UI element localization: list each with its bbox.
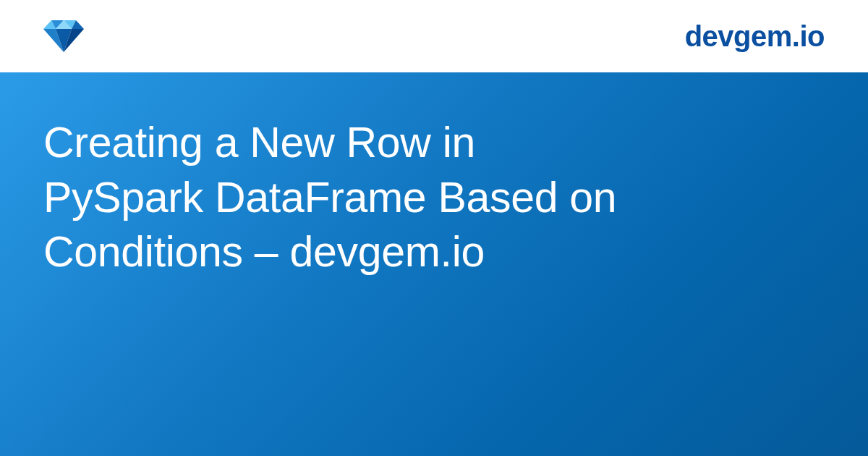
- page-title: Creating a New Row in PySpark DataFrame …: [43, 116, 637, 280]
- gem-icon: [43, 20, 84, 52]
- hero-section: Creating a New Row in PySpark DataFrame …: [0, 72, 868, 456]
- brand-text: devgem.io: [685, 20, 825, 53]
- header: devgem.io: [0, 0, 868, 72]
